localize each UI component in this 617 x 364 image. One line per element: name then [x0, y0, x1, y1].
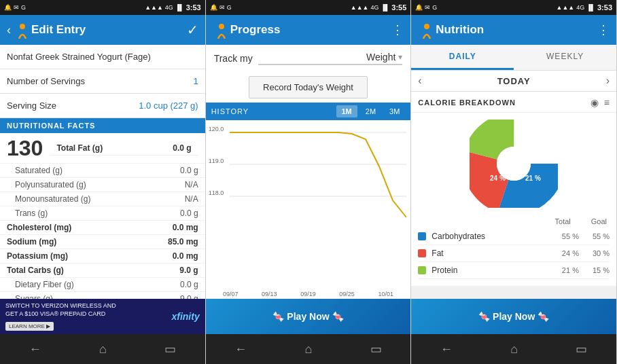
servings-value[interactable]: 1 — [193, 76, 198, 86]
saturated-row: Saturated (g)0.0 g — [0, 164, 205, 178]
protein-values: 21 % 15 % — [555, 266, 610, 274]
legend-headers: Total Goal — [418, 215, 607, 228]
x-label-3: 09/19 — [300, 291, 316, 297]
edit-entry-header: ‹ Edit Entry ✓ — [0, 15, 205, 45]
status-icons: 🔔 ✉ G — [4, 4, 26, 11]
recent-nav-button-3[interactable]: ▭ — [562, 336, 601, 362]
serving-size-value[interactable]: 1.0 cup (227 g) — [139, 101, 198, 111]
back-nav-button[interactable]: ← — [16, 337, 55, 362]
chart-tab-2m[interactable]: 2M — [360, 105, 381, 117]
fat-label: Fat — [431, 249, 555, 258]
status-time: 3:53 — [186, 3, 201, 12]
food-name: Nonfat Greek Strained Yogurt (Fage) — [0, 45, 205, 69]
back-nav-button-2[interactable]: ← — [221, 337, 260, 362]
notification-icon-3: 🔔 — [415, 4, 423, 11]
today-nav: ‹ TODAY › — [411, 71, 616, 92]
x-label-5: 10/01 — [378, 291, 393, 297]
candy-banner-2: 🍬 Play Now 🍬 — [411, 299, 616, 334]
carbs-dot — [418, 232, 426, 240]
notification-icon: 🔔 — [4, 4, 12, 11]
next-day-button[interactable]: › — [606, 75, 610, 87]
panel-nutrition: 🔔 ✉ G ▲▲▲ 4G ▐▌ 3:53 Nutrition ⋮ DAILY W… — [411, 0, 617, 364]
trans-row: Trans (g)0.0 g — [0, 206, 205, 221]
ad-banner-1: SWITCH TO VERIZON WIRELESS AND GET A $10… — [0, 299, 205, 334]
home-nav-button-2[interactable]: ⌂ — [292, 337, 326, 362]
progress-menu-button[interactable]: ⋮ — [391, 22, 404, 37]
dietary-fiber-row: Dietary Fiber (g)0.0 g — [0, 278, 205, 292]
protein-label: Protein — [431, 266, 555, 275]
servings-label: Number of Servings — [7, 76, 85, 86]
nutrition-menu-button[interactable]: ⋮ — [597, 22, 610, 37]
svg-text:21 %: 21 % — [525, 175, 541, 182]
tab-weekly[interactable]: WEEKLY — [514, 45, 616, 70]
mail-icon: ✉ — [14, 4, 19, 11]
home-nav-button-3[interactable]: ⌂ — [497, 337, 531, 362]
recent-nav-button[interactable]: ▭ — [151, 336, 190, 362]
chart-x-labels: 09/07 09/13 09/19 09/25 10/01 — [206, 289, 411, 299]
chart-tabs: HISTORY 1M 2M 3M — [206, 103, 411, 120]
x-label-1: 09/07 — [223, 291, 239, 297]
app-logo — [14, 21, 31, 39]
signal-icon-3: ▲▲▲ — [556, 4, 574, 11]
fat-goal: 30 % — [593, 249, 610, 257]
record-weight-button[interactable]: Record Today's Weight — [249, 76, 368, 98]
servings-row: Number of Servings 1 — [0, 69, 205, 94]
status-time-3: 3:53 — [597, 3, 612, 12]
battery-icon-3: ▐▌ — [586, 4, 595, 11]
back-nav-button-3[interactable]: ← — [427, 337, 466, 362]
y-label-1: 120.0 — [209, 126, 224, 132]
nav-bar-3: ← ⌂ ▭ — [411, 334, 616, 364]
x-label-4: 09/25 — [339, 291, 355, 297]
calorie-icons: ◉ ≡ — [590, 97, 610, 108]
calorie-breakdown-title: CALORIE BREAKDOWN — [418, 98, 516, 107]
track-value: Weight — [366, 52, 395, 62]
y-label-2: 119.0 — [209, 158, 224, 164]
mail-icon-3: ✉ — [425, 4, 430, 11]
pie-chart: 55 % 24 % 21 % — [470, 120, 558, 208]
signal-icon-2: ▲▲▲ — [351, 4, 369, 11]
recent-nav-button-2[interactable]: ▭ — [357, 336, 395, 362]
candy-banner-1: 🍬 Play Now 🍬 — [206, 299, 411, 334]
list-icon[interactable]: ≡ — [604, 97, 610, 108]
protein-dot — [418, 266, 426, 274]
chart-tab-1m[interactable]: 1M — [336, 105, 357, 117]
nutrition-header: Nutrition ⋮ — [411, 15, 616, 45]
legend-protein: Protein 21 % 15 % — [418, 262, 610, 279]
nav-bar-1: ← ⌂ ▭ — [0, 334, 205, 364]
chart-svg — [230, 126, 406, 221]
prev-day-button[interactable]: ‹ — [418, 75, 421, 87]
pie-chart-section: 55 % 24 % 21 % — [411, 113, 616, 215]
chart-tab-3m[interactable]: 3M — [384, 105, 405, 117]
header-title: Edit Entry — [31, 23, 187, 37]
signal-icon: ▲▲▲ — [145, 4, 163, 11]
app-logo-2 — [213, 21, 230, 39]
wifi-icon-3: 4G — [576, 4, 584, 11]
pie-chart-icon[interactable]: ◉ — [590, 97, 599, 108]
tab-daily[interactable]: DAILY — [411, 45, 514, 70]
polyunsaturated-row: Polyunsaturated (g)N/A — [0, 178, 205, 192]
xfinity-logo: xfinity — [171, 311, 199, 322]
svg-point-5 — [424, 24, 429, 29]
calories-section: 130 Total Fat (g) 0.0 g — [0, 133, 205, 164]
y-label-3: 118.0 — [209, 189, 224, 196]
today-label: TODAY — [497, 76, 531, 86]
x-label-2: 09/13 — [262, 291, 277, 297]
carbs-total: 55 % — [562, 232, 579, 240]
confirm-button[interactable]: ✓ — [187, 22, 198, 38]
serving-size-row: Serving Size 1.0 cup (227 g) — [0, 94, 205, 118]
back-button[interactable]: ‹ — [7, 23, 11, 37]
total-fat-row: Total Fat (g) 0.0 g — [50, 141, 198, 156]
sugars-row: Sugars (g)9.0 g — [0, 292, 205, 299]
svg-point-0 — [20, 24, 25, 29]
nutrition-title: Nutrition — [436, 23, 597, 37]
edit-entry-body: Nonfat Greek Strained Yogurt (Fage) Numb… — [0, 45, 205, 299]
ad-cta[interactable]: LEARN MORE ▶ — [5, 322, 54, 331]
wifi-icon-2: 4G — [371, 4, 379, 11]
nutrition-table: 130 Total Fat (g) 0.0 g Saturated (g)0.0… — [0, 133, 205, 299]
track-dropdown-icon[interactable]: ▾ — [398, 52, 402, 62]
day-tabs: DAILY WEEKLY — [411, 45, 616, 71]
chart-area: 120.0 119.0 118.0 — [206, 120, 411, 289]
carbs-label: Carbohydrates — [431, 232, 555, 241]
home-nav-button[interactable]: ⌂ — [86, 337, 120, 362]
potassium-row: Potassium (mg)0.0 mg — [0, 249, 205, 263]
